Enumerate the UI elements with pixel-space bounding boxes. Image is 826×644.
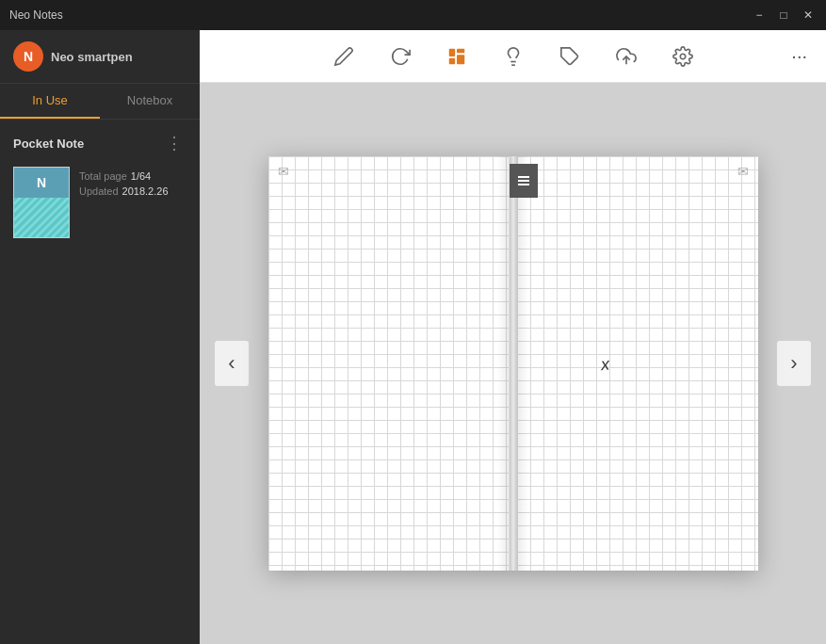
left-page-grid [268, 156, 510, 571]
more-options-button[interactable]: ··· [787, 41, 811, 71]
left-page-email-icon: ✉ [278, 164, 289, 179]
app-title: Neo Notes [9, 8, 63, 22]
settings-button[interactable] [666, 40, 700, 73]
right-page-shadow [517, 156, 528, 571]
notebook-view-button[interactable] [440, 40, 474, 73]
book-spine [510, 156, 517, 571]
tab-in-use[interactable]: In Use [0, 84, 100, 119]
section-header: Pocket Note ⋮ [0, 129, 200, 161]
left-page-shadow [497, 156, 509, 571]
ideas-button[interactable] [496, 40, 530, 73]
brand-name: Neo smartpen [51, 50, 133, 64]
tag-button[interactable] [553, 40, 587, 73]
svg-rect-2 [457, 48, 464, 53]
right-page-email-icon: ✉ [737, 164, 749, 179]
svg-rect-10 [518, 180, 529, 182]
maximize-button[interactable]: □ [775, 7, 792, 24]
sidebar-header: N Neo smartpen [0, 30, 200, 84]
section-title: Pocket Note [13, 137, 84, 151]
toolbar: ··· [200, 30, 826, 83]
main-panel: ··· ‹ ✉ [200, 30, 826, 644]
updated-row: Updated 2018.2.26 [79, 185, 186, 197]
notebook-section: Pocket Note ⋮ N Total page 1/64 [0, 120, 200, 644]
thumb-pattern [14, 198, 69, 237]
sidebar: N Neo smartpen In Use Notebox Pocket Not… [0, 30, 200, 644]
page-menu-button[interactable] [510, 164, 538, 198]
svg-rect-3 [457, 55, 464, 64]
svg-rect-11 [518, 184, 529, 185]
brand-logo-letter: N [24, 49, 33, 64]
open-book: ✉ ✉ [268, 156, 758, 571]
section-menu-button[interactable]: ⋮ [162, 133, 186, 153]
updated-value: 2018.2.26 [122, 185, 169, 197]
close-button[interactable]: ✕ [800, 7, 817, 24]
svg-point-8 [680, 54, 686, 59]
total-page-row: Total page 1/64 [79, 170, 186, 182]
notebook-info: Total page 1/64 Updated 2018.2.26 [79, 167, 186, 197]
notebook-card[interactable]: N Total page 1/64 Updated 2018.2.26 [0, 161, 200, 244]
title-bar: Neo Notes − □ ✕ [0, 0, 826, 30]
total-page-value: 1/64 [131, 170, 151, 182]
svg-rect-9 [518, 176, 529, 178]
minimize-button[interactable]: − [751, 7, 768, 24]
right-page-grid [517, 156, 758, 571]
svg-rect-0 [448, 48, 454, 56]
prev-page-button[interactable]: ‹ [215, 341, 249, 386]
total-page-label: Total page [79, 170, 127, 182]
window-controls: − □ ✕ [751, 7, 817, 24]
updated-label: Updated [79, 185, 119, 197]
thumb-letter: N [14, 168, 69, 198]
notebook-view: ‹ ✉ [200, 83, 826, 644]
next-page-button[interactable]: › [777, 341, 811, 386]
app-body: N Neo smartpen In Use Notebox Pocket Not… [0, 30, 826, 644]
pen-tool-button[interactable] [327, 40, 361, 73]
sidebar-tabs: In Use Notebox [0, 84, 200, 120]
refresh-button[interactable] [383, 40, 417, 73]
svg-rect-1 [448, 57, 454, 63]
upload-button[interactable] [609, 40, 643, 73]
brand-text: Neo smartpen [51, 48, 133, 65]
notebook-thumbnail: N [13, 167, 70, 238]
book-right-page: ✉ x [517, 156, 758, 571]
brand-logo: N [13, 41, 43, 72]
tab-notebox[interactable]: Notebox [100, 84, 200, 119]
book-left-page: ✉ [268, 156, 510, 571]
